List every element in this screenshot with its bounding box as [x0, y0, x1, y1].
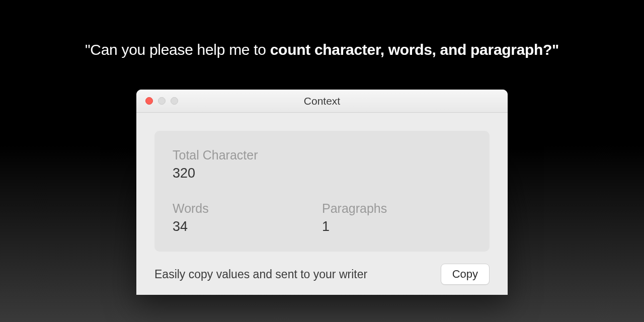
- app-window: Context Total Character 320 Words 34 Par…: [136, 90, 508, 295]
- window-title: Context: [136, 95, 508, 107]
- stat-paragraphs: Paragraphs 1: [322, 201, 471, 234]
- headline-prefix: "Can you please help me to: [85, 41, 270, 58]
- total-character-label: Total Character: [173, 148, 471, 163]
- stat-words: Words 34: [173, 201, 322, 234]
- words-value: 34: [173, 219, 322, 234]
- headline-bold: count character, words, and paragraph?": [270, 41, 559, 58]
- paragraphs-value: 1: [322, 219, 471, 234]
- window-titlebar[interactable]: Context: [136, 90, 508, 113]
- total-character-value: 320: [173, 166, 471, 181]
- copy-button[interactable]: Copy: [441, 264, 490, 285]
- maximize-icon[interactable]: [171, 97, 178, 105]
- footer-row: Easily copy values and sent to your writ…: [136, 264, 508, 295]
- traffic-lights: [136, 97, 178, 105]
- words-label: Words: [173, 201, 322, 216]
- close-icon[interactable]: [145, 97, 153, 105]
- headline-text: "Can you please help me to count charact…: [0, 0, 644, 58]
- minimize-icon[interactable]: [158, 97, 166, 105]
- footer-text: Easily copy values and sent to your writ…: [154, 268, 367, 281]
- stat-total-character: Total Character 320: [173, 148, 471, 181]
- stats-card: Total Character 320 Words 34 Paragraphs …: [154, 131, 490, 252]
- paragraphs-label: Paragraphs: [322, 201, 471, 216]
